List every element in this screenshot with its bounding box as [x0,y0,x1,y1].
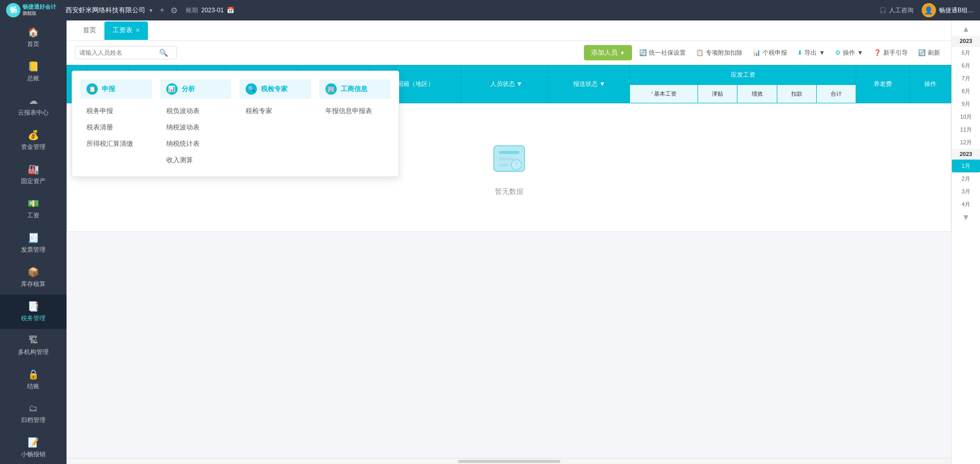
sidebar-item-assets[interactable]: 🏭 固定资产 [0,158,67,192]
th-performance: 绩效 [737,85,777,103]
shenban-icon: 📋 [86,83,98,95]
user-name: 畅捷通B组… [939,6,974,15]
tab-salary-sheet[interactable]: 工资表 × [104,21,148,40]
section-title-business: 🏢 工商信息 [319,79,391,99]
export-action[interactable]: ⬇ 导出 ▼ [794,47,828,59]
timeline-month-5[interactable]: 5月 [952,47,980,59]
timeline-month-12[interactable]: 12月 [952,136,980,149]
headset-icon: 🎧 [879,7,887,14]
guide-toolbar-icon: ❓ [874,49,881,56]
menu-item-tax-form[interactable]: 税表清册 [80,119,152,136]
sidebar-item-inventory[interactable]: 📦 库存核算 [0,260,67,295]
section-title-taxcheck: 🔍 税检专家 [239,79,311,99]
add-person-dropdown-arrow: ▼ [620,50,625,56]
sidebar-item-report[interactable]: 📝 小畅报销 [0,431,67,464]
timeline-month-6[interactable]: 6月 [952,59,980,72]
user-info[interactable]: 👤 畅捷通B组… [922,3,974,17]
tab-close-icon[interactable]: × [136,26,140,34]
sidebar-item-ledger[interactable]: 📒 总账 [0,55,67,89]
add-person-label: 添加人员 [591,48,618,57]
refresh-icon: 🔃 [918,49,926,56]
th-allowance: 津贴 [698,85,737,103]
add-person-button[interactable]: 添加人员 ▼ [584,45,632,60]
sidebar-item-salary[interactable]: 💵 工资 [0,192,67,226]
assets-icon: 🏭 [28,164,39,175]
sidebar-item-multi[interactable]: 🏗 多机构管理 [0,329,67,363]
report-icon: 📝 [28,437,39,448]
timeline-month-11[interactable]: 11月 [952,123,980,136]
th-pension: 养老费 [856,65,909,103]
sidebar-item-tax[interactable]: 📑 税务管理 [0,295,67,329]
menu-item-tax-expert[interactable]: 税检专家 [239,103,311,119]
sidebar-item-archive[interactable]: 🗂 归档管理 [0,397,67,431]
individual-tax-action[interactable]: 📊 个税申报 [750,47,790,59]
section-title-shenban: 📋 申报 [80,79,152,99]
calendar-icon[interactable]: 📅 [227,7,234,14]
sidebar-item-invoice[interactable]: 🧾 发票管理 [0,226,67,260]
th-group-yingfa: 应发工资 [630,65,856,85]
svg-rect-1 [499,151,519,154]
guide-action[interactable]: ❓ 新手引导 [870,47,911,59]
th-report-status: 报送状态 ▼ [549,65,630,103]
unified-social-action[interactable]: 🔄 统一社保设置 [636,47,689,59]
sidebar: 🏠 首页 📒 总账 ☁ 云报表中心 💰 资金管理 🏭 固定资产 💵 工资 🧾 发… [0,20,67,464]
invoice-icon: 🧾 [28,232,39,244]
top-bar: 畅 畅捷通好会计 旗舰版 西安虾米网络科技有限公司 ▼ + ⚙ 账期 2023-… [0,0,980,20]
operations-label: 操作 [843,49,855,57]
timeline-year-2023: 2023 [952,149,980,160]
tab-home[interactable]: 首页 [75,21,104,40]
period-info: 账期 2023-01 📅 [186,6,234,15]
menu-item-tax-burden[interactable]: 税负波动表 [160,103,232,119]
timeline-month-1[interactable]: 1月 [952,160,980,172]
operations-action[interactable]: ⚙ 操作 ▼ [832,47,866,59]
operations-icon: ⚙ [835,49,841,56]
sidebar-item-home[interactable]: 🏠 首页 [0,20,67,55]
th-total: 合计 [816,85,856,103]
search-input[interactable] [79,49,156,56]
tab-home-label: 首页 [83,26,96,34]
timeline-month-10[interactable]: 10月 [952,111,980,123]
menu-item-annual-settlement[interactable]: 所得税汇算清缴 [80,136,152,152]
menu-item-tax-report[interactable]: 税务申报 [80,103,152,119]
company-dropdown-arrow: ▼ [148,8,154,13]
service-button[interactable]: 🎧 人工咨询 [879,6,913,15]
sidebar-item-closing[interactable]: 🔒 结账 [0,363,67,397]
tax-report-icon: 📊 [753,49,760,56]
sidebar-label-multi: 多机构管理 [18,348,49,357]
menu-item-annual-report[interactable]: 年报信息申报表 [319,103,391,119]
salary-icon: 💵 [28,198,39,209]
svg-text:?: ? [514,161,518,168]
timeline-month-7[interactable]: 7月 [952,72,980,85]
add-icon[interactable]: + [160,6,164,15]
menu-item-tax-fluctuation[interactable]: 纳税波动表 [160,119,232,136]
fenxi-icon: 📊 [166,83,178,95]
logo-icon: 畅 [6,3,20,17]
sidebar-item-cloud[interactable]: ☁ 云报表中心 [0,89,67,123]
timeline-month-8[interactable]: 8月 [952,85,980,98]
timeline-month-9[interactable]: 9月 [952,98,980,111]
inventory-icon: 📦 [28,267,39,278]
timeline-nav-up[interactable]: ▲ [960,23,972,36]
period-value: 2023-01 [201,7,224,14]
settings-icon[interactable]: ⚙ [170,6,178,15]
special-deduction-action[interactable]: 📋 专项附加扣除 [693,47,746,59]
taxcheck-label: 税检专家 [261,84,288,94]
topbar-right: 🎧 人工咨询 👤 畅捷通B组… [879,3,974,17]
timeline-month-3[interactable]: 3月 [952,185,980,198]
tab-bar: 首页 工资表 × [67,20,951,41]
ledger-icon: 📒 [28,61,39,72]
th-deduction: 扣款 [777,85,816,103]
menu-item-tax-stats[interactable]: 纳税统计表 [160,136,232,152]
timeline-month-2[interactable]: 2月 [952,172,980,185]
timeline-month-4[interactable]: 4月 [952,198,980,211]
bottom-scrollbar[interactable] [458,460,560,463]
export-arrow-icon: ▼ [819,49,825,56]
refresh-action[interactable]: 🔃 刷新 [915,47,943,59]
timeline-nav-down[interactable]: ▼ [960,211,972,224]
sidebar-item-fund[interactable]: 💰 资金管理 [0,123,67,158]
company-selector[interactable]: 西安虾米网络科技有限公司 ▼ [66,6,154,15]
export-icon: ⬇ [797,49,802,56]
timeline-year-2023-prev: 2023 [952,36,980,47]
fund-icon: 💰 [28,129,39,141]
menu-item-income-calc[interactable]: 收入测算 [160,152,232,168]
